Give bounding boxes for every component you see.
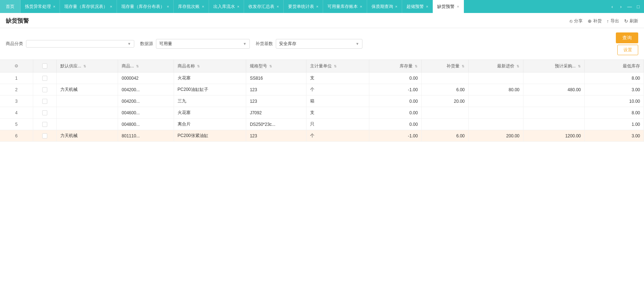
replenish-sort-icon: ⇅	[462, 65, 465, 68]
th-estimated-purchase[interactable]: 预计采购... ⇅	[523, 60, 585, 72]
tab-overstock[interactable]: 超储预警×	[402, 0, 433, 13]
row-checkbox-1[interactable]	[42, 87, 47, 92]
tab-close-stock-status[interactable]: ×	[110, 5, 112, 9]
th-latest-price[interactable]: 最新进价 ⇅	[469, 60, 523, 72]
row-checkbox-5[interactable]	[42, 133, 47, 138]
tab-home[interactable]: 首页	[0, 0, 21, 13]
th-spec-label: 规格型号	[250, 63, 267, 69]
cell-supplier-1: 力天机械	[57, 84, 118, 96]
main-content: 缺货预警 ⎋ 分享 ⊕ 补货 ↑ 导出 ↻ 刷新 商品分类	[0, 13, 644, 287]
table-row[interactable]: 4 004600... 火花塞 J7092 支 0.00 8.00	[0, 107, 644, 119]
th-check[interactable]	[33, 60, 57, 72]
refresh-label: 刷新	[630, 18, 638, 24]
export-btn[interactable]: ↑ 导出	[607, 18, 619, 24]
tab-stock-status[interactable]: 现存量（库存状况表）×	[60, 0, 117, 13]
tab-close-stock-dist[interactable]: ×	[167, 5, 169, 9]
row-checkbox-3[interactable]	[42, 110, 47, 115]
code-sort-icon: ⇅	[136, 65, 139, 68]
tab-close-receipt-summary[interactable]: ×	[277, 5, 279, 9]
query-button[interactable]: 查询	[616, 32, 638, 43]
cell-stock-5: -1.00	[369, 130, 422, 142]
tab-shortage[interactable]: 缺货预警×	[433, 0, 464, 13]
th-code[interactable]: 商品... ⇅	[118, 60, 174, 72]
row-checkbox-0[interactable]	[42, 76, 47, 81]
data-table: ⚙ 默认供应... ⇅ 商品... ⇅	[0, 59, 644, 142]
tab-close-expiry[interactable]: ×	[395, 5, 397, 9]
tab-minimize-btn[interactable]: —	[625, 2, 634, 11]
th-code-label: 商品...	[122, 63, 134, 69]
select-all-checkbox[interactable]	[42, 63, 47, 69]
cell-name-3: 火花塞	[174, 107, 246, 119]
datasource-select[interactable]: 可用量 ▼	[156, 39, 250, 49]
cell-check-3[interactable]	[33, 107, 57, 119]
tab-close-overstock[interactable]: ×	[426, 5, 428, 9]
cell-price-2	[469, 96, 523, 107]
tab-maximize-btn[interactable]: □	[634, 2, 643, 11]
gear-icon[interactable]: ⚙	[13, 63, 19, 69]
tab-close-abnormal[interactable]: ×	[53, 5, 55, 9]
cell-supplier-5: 力天机械	[57, 130, 118, 142]
row-checkbox-2[interactable]	[42, 99, 47, 104]
cell-replenish-1: 6.00	[422, 84, 469, 96]
th-unit[interactable]: 主计量单位 ⇅	[306, 60, 369, 72]
stock-sort-icon: ⇅	[415, 65, 418, 68]
tab-close-inout-flow[interactable]: ×	[237, 5, 239, 9]
cell-check-2[interactable]	[33, 96, 57, 107]
table-row[interactable]: 6 力天机械 801110... PC200张紧油缸 123 个 -1.00 6…	[0, 130, 644, 142]
tab-label-inout-flow: 出入库流水	[213, 4, 235, 10]
th-stock[interactable]: 库存量 ⇅	[369, 60, 422, 72]
refresh-btn[interactable]: ↻ 刷新	[624, 18, 638, 24]
cell-spec-2: 123	[246, 96, 306, 107]
tab-close-batch-account[interactable]: ×	[202, 5, 204, 9]
share-btn[interactable]: ⎋ 分享	[570, 18, 583, 24]
th-name[interactable]: 商品名称 ⇅	[174, 60, 246, 72]
tab-demand-stats[interactable]: 要货单统计表×	[284, 0, 323, 13]
settings-button[interactable]: 设置	[617, 45, 638, 55]
cell-check-4[interactable]	[33, 119, 57, 130]
unit-sort-icon: ⇅	[334, 65, 337, 68]
replenish-base-select-value: 安全库存	[279, 41, 353, 47]
tab-batch-account[interactable]: 库存批次账×	[174, 0, 209, 13]
th-spec[interactable]: 规格型号 ⇅	[246, 60, 306, 72]
tab-label-demand-stats: 要货单统计表	[288, 4, 314, 10]
th-min-stock[interactable]: 最低库存	[585, 60, 644, 72]
tab-stock-dist[interactable]: 现存量（库存分布表）×	[117, 0, 174, 13]
tab-next-btn[interactable]: ›	[617, 2, 625, 11]
th-replenish[interactable]: 补货量 ⇅	[422, 60, 469, 72]
tab-expiry[interactable]: 保质期查询×	[367, 0, 402, 13]
cell-code-3: 004600...	[118, 107, 174, 119]
cell-unit-4: 只	[306, 119, 369, 130]
row-checkbox-4[interactable]	[42, 122, 47, 127]
table-row[interactable]: 2 力天机械 004200... PC200油缸缸子 123 个 -1.00 6…	[0, 84, 644, 96]
table-row[interactable]: 1 0000042 火花塞 SS816 支 0.00 8.00	[0, 72, 644, 84]
cell-min-stock-3: 8.00	[585, 107, 644, 119]
cell-check-0[interactable]	[33, 72, 57, 84]
category-select[interactable]: ▼	[26, 40, 134, 48]
replenish-base-select[interactable]: 安全库存 ▼	[276, 39, 362, 49]
tab-close-demand-stats[interactable]: ×	[316, 5, 318, 9]
table-row[interactable]: 3 004200... 三九 123 箱 0.00 20.00 10.00	[0, 96, 644, 107]
cell-min-stock-1: 3.00	[585, 84, 644, 96]
tab-nav-buttons: ‹ › — □	[608, 2, 644, 11]
replenish-btn[interactable]: ⊕ 补货	[588, 18, 602, 24]
th-settings[interactable]: ⚙	[0, 60, 33, 72]
tab-bar: 首页 拣货异常处理×现存量（库存状况表）×现存量（库存分布表）×库存批次账×出入…	[0, 0, 644, 13]
cell-price-3	[469, 107, 523, 119]
datasource-label: 数据源	[140, 41, 153, 47]
tab-label-expiry: 保质期查询	[371, 4, 393, 10]
table-row[interactable]: 5 004800... 离合片 DS250*23c... 只 0.00 1.00	[0, 119, 644, 130]
cell-check-5[interactable]	[33, 130, 57, 142]
tab-inout-flow[interactable]: 出入库流水×	[209, 0, 244, 13]
cell-index-4: 5	[0, 119, 33, 130]
datasource-filter-group: 数据源 可用量 ▼	[140, 39, 250, 49]
tab-receipt-summary[interactable]: 收发存汇总表×	[244, 0, 283, 13]
tab-prev-btn[interactable]: ‹	[608, 2, 617, 11]
tab-abnormal[interactable]: 拣货异常处理×	[21, 0, 60, 13]
cell-supplier-3	[57, 107, 118, 119]
tab-list: 拣货异常处理×现存量（库存状况表）×现存量（库存分布表）×库存批次账×出入库流水…	[21, 0, 608, 13]
tab-close-shortage[interactable]: ×	[457, 5, 459, 9]
tab-close-avail-ledger[interactable]: ×	[360, 5, 362, 9]
tab-avail-ledger[interactable]: 可用量库存账本×	[323, 0, 367, 13]
th-supplier[interactable]: 默认供应... ⇅	[57, 60, 118, 72]
cell-check-1[interactable]	[33, 84, 57, 96]
